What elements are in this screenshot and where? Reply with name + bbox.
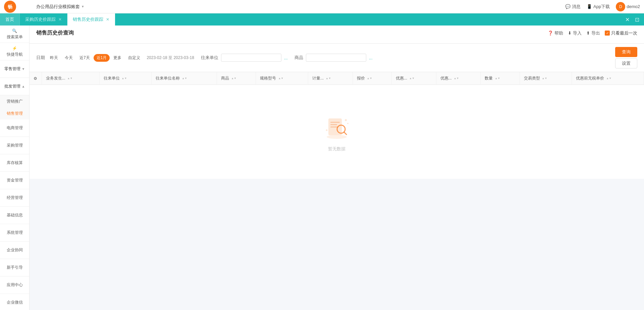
- col-discount2[interactable]: 优惠... ▲▼: [436, 72, 481, 85]
- col-discount1[interactable]: 优惠... ▲▼: [392, 72, 436, 85]
- last-only-checkbox[interactable]: ✓ 只看最后一次: [605, 30, 637, 36]
- tab-spacer: [115, 13, 621, 25]
- app-download-btn[interactable]: 📱 App下载: [587, 4, 610, 10]
- message-icon: 💬: [565, 4, 571, 9]
- sidebar-item-inventory[interactable]: 库存核算: [0, 154, 29, 172]
- tab-sales-history[interactable]: 销售历史价跟踪 ✕: [67, 13, 115, 25]
- sort-biz-date: ▲▼: [67, 77, 73, 80]
- col-quantity[interactable]: 数量 ▲▼: [481, 72, 520, 85]
- sidebar-item-app-center[interactable]: 应用中心: [0, 276, 29, 294]
- svg-point-11: [326, 130, 328, 131]
- svg-text:畅: 畅: [8, 4, 12, 9]
- sidebar-item-ecommerce[interactable]: 电商管理: [0, 119, 29, 137]
- date-btn-today[interactable]: 今天: [62, 54, 76, 62]
- user-avatar: D: [616, 2, 625, 11]
- tab-sales-history-close[interactable]: ✕: [106, 17, 109, 22]
- empty-state-text: 暂无数据: [328, 146, 345, 152]
- help-action[interactable]: ❓ 帮助: [548, 30, 563, 36]
- table-header-row: ⚙ 业务发生... ▲▼ 往来单位: [30, 72, 644, 85]
- partner-ellipsis[interactable]: ...: [284, 55, 288, 60]
- col-price[interactable]: 报价 ▲▼: [353, 72, 391, 85]
- empty-state: 暂无数据: [30, 85, 644, 179]
- sidebar-item-enterprise-cooperation[interactable]: 企业协同: [0, 242, 29, 259]
- tab-bar: 首页 采购历史价跟踪 ✕ 销售历史价跟踪 ✕ ✕ ⊡: [0, 13, 644, 25]
- col-unit[interactable]: 计量... ▲▼: [308, 72, 353, 85]
- sidebar-item-operations[interactable]: 经营管理: [0, 189, 29, 207]
- data-table: ⚙ 业务发生... ▲▼ 往来单位: [30, 72, 644, 85]
- import-action[interactable]: ⬇ 导入: [568, 30, 582, 36]
- col-biz-date[interactable]: 业务发生... ▲▼: [42, 72, 99, 85]
- tab-close-window-btn[interactable]: ✕: [624, 16, 631, 23]
- col-trade-type[interactable]: 交易类型 ▲▼: [520, 72, 572, 85]
- app-name: 办公用品行业模拟账套: [36, 4, 80, 10]
- sidebar-item-purchase[interactable]: 采购管理: [0, 137, 29, 154]
- tab-restore-window-btn[interactable]: ⊡: [634, 16, 641, 23]
- sidebar-item-search-menu[interactable]: 🔍 搜索菜单: [0, 25, 29, 43]
- page-actions: ❓ 帮助 ⬇ 导入 ⬆ 导出 ✓ 只看最后一次: [548, 30, 637, 36]
- product-filter-group: 商品 ...: [294, 54, 373, 62]
- date-filter-group: 日期 昨天 今天 近7天 近1月 更多 自定义 2023-02-18 至 202…: [36, 54, 194, 62]
- sidebar-item-wholesale-mgmt[interactable]: 批发管理 ▲: [0, 78, 29, 95]
- partner-filter-label: 往来单位: [201, 55, 218, 61]
- tab-purchase-history-close[interactable]: ✕: [58, 17, 62, 22]
- sort-discount1: ▲▼: [409, 77, 415, 80]
- message-btn[interactable]: 💬 消息: [565, 4, 581, 10]
- sort-spec: ▲▼: [278, 77, 283, 80]
- sort-quantity: ▲▼: [495, 77, 500, 80]
- date-btn-more[interactable]: 更多: [110, 54, 124, 62]
- sort-price: ▲▼: [367, 77, 372, 80]
- sidebar-item-basic-info[interactable]: 基础信息: [0, 207, 29, 224]
- sidebar-item-system[interactable]: 系统管理: [0, 224, 29, 242]
- date-btn-1month[interactable]: 近1月: [94, 54, 110, 62]
- sidebar-item-finance[interactable]: 资金管理: [0, 172, 29, 189]
- sort-pre-tax-price: ▲▼: [606, 77, 611, 80]
- page-title-row: 销售历史价查询 ❓ 帮助 ⬇ 导入 ⬆ 导出: [36, 30, 637, 37]
- date-btn-custom[interactable]: 自定义: [125, 54, 143, 62]
- col-partner-code[interactable]: 往来单位 ▲▼: [99, 72, 152, 85]
- filter-buttons: 查询 设置: [615, 47, 637, 68]
- app-selector[interactable]: 办公用品行业模拟账套 ▾: [34, 4, 565, 10]
- svg-point-9: [345, 119, 347, 121]
- filter-bar: 日期 昨天 今天 近7天 近1月 更多 自定义 2023-02-18 至 202…: [30, 44, 644, 72]
- date-btn-yesterday[interactable]: 昨天: [47, 54, 61, 62]
- help-icon: ❓: [548, 31, 553, 36]
- sidebar-item-retail-mgmt[interactable]: 零售管理 ▼: [0, 60, 29, 78]
- sidebar-item-new-guide[interactable]: 新手引导: [0, 259, 29, 276]
- svg-rect-5: [330, 124, 337, 125]
- sort-product: ▲▼: [231, 77, 236, 80]
- empty-state-icon: [322, 112, 352, 142]
- svg-line-8: [344, 132, 346, 135]
- user-profile[interactable]: D demo2: [616, 2, 640, 11]
- tab-home[interactable]: 首页: [0, 13, 20, 25]
- col-spec[interactable]: 规格型号 ▲▼: [256, 72, 308, 85]
- sidebar-item-sales-mgmt[interactable]: 销售管理: [0, 107, 29, 119]
- date-filter-label: 日期: [36, 55, 45, 61]
- settings-button[interactable]: 设置: [615, 58, 637, 68]
- col-product[interactable]: 商品 ▲▼: [217, 72, 256, 85]
- col-partner-name[interactable]: 往来单位名称 ▲▼: [152, 72, 217, 85]
- tab-purchase-history[interactable]: 采购历史价跟踪 ✕: [20, 13, 67, 25]
- date-btn-last7[interactable]: 近7天: [76, 54, 93, 62]
- product-ellipsis[interactable]: ...: [369, 55, 373, 60]
- svg-rect-4: [330, 122, 340, 123]
- page-header: 销售历史价查询 ❓ 帮助 ⬇ 导入 ⬆ 导出: [30, 25, 644, 44]
- retail-mgmt-expand-icon: ▼: [22, 67, 25, 71]
- page-title: 销售历史价查询: [36, 30, 74, 37]
- sort-partner-name: ▲▼: [182, 77, 187, 80]
- query-button[interactable]: 查询: [615, 47, 637, 57]
- sidebar-item-marketing[interactable]: 营销推广: [0, 95, 29, 107]
- sidebar-item-enterprise-wechat[interactable]: 企业微信: [0, 294, 29, 310]
- table-header: ⚙ 业务发生... ▲▼ 往来单位: [30, 72, 644, 85]
- col-gear[interactable]: ⚙: [30, 72, 42, 85]
- product-filter-label: 商品: [294, 55, 303, 61]
- col-pre-tax-price[interactable]: 优惠前无税单价 ▲▼: [572, 72, 644, 85]
- svg-point-2: [327, 135, 347, 139]
- sidebar-item-quick-nav[interactable]: ⚡ 快捷导航: [0, 43, 29, 60]
- product-input[interactable]: [306, 54, 366, 62]
- tab-window-actions: ✕ ⊡: [621, 13, 644, 25]
- partner-input[interactable]: [221, 54, 281, 62]
- sort-trade-type: ▲▼: [542, 77, 547, 80]
- partner-filter-group: 往来单位 ...: [201, 54, 288, 62]
- sort-discount2: ▲▼: [454, 77, 459, 80]
- export-action[interactable]: ⬆ 导出: [586, 30, 600, 36]
